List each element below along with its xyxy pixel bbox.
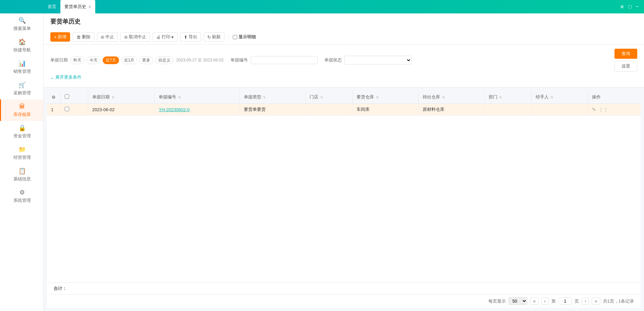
table-header-pending-warehouse[interactable]: 待出仓库 ⇅ <box>419 91 485 104</box>
toolbar: + 新增 🗑 删除 ⊘ 中止 ⊘ 取消中止 🖨 打印 <box>50 30 637 44</box>
table-header-doc-date[interactable]: 单据日期 ⇅ <box>88 91 154 104</box>
sidebar-item-system-mgmt[interactable]: ⚙ 系统管理 <box>0 185 43 207</box>
per-page-label: 每页显示 <box>488 298 506 304</box>
refresh-button[interactable]: ↻ 刷新 <box>204 32 224 42</box>
sidebar-item-label: 库存核算 <box>13 112 31 118</box>
table-header-doc-type[interactable]: 单据类型 ⇅ <box>239 91 306 104</box>
table-header-req-warehouse[interactable]: 要货仓库 ⇅ <box>353 91 419 104</box>
table-header-handler[interactable]: 经手人 ⇅ <box>531 91 588 104</box>
data-table: ⚙ 单据日期 ⇅ 单据编号 ⇅ 单据类型 <box>47 91 641 116</box>
sort-doc-date-icon: ⇅ <box>112 95 114 99</box>
page-header: 要货单历史 + 新增 🗑 删除 ⊘ 中止 ⊘ 取消中止 <box>44 13 644 45</box>
stop-button[interactable]: ⊘ 中止 <box>97 32 118 42</box>
export-button[interactable]: ⬆ 导出 <box>180 32 201 42</box>
pagination-bar: 每页显示 20 50 100 « ‹ 第 页 › » 共1页，1条记录 <box>47 294 641 308</box>
doc-number-input[interactable] <box>251 56 318 64</box>
date-btn-yesterday[interactable]: 昨天 <box>70 56 85 64</box>
add-button[interactable]: + 新增 <box>50 32 70 42</box>
cancel-stop-button[interactable]: ⊘ 取消中止 <box>120 32 150 42</box>
close-tab-icon[interactable]: ✕ <box>88 5 91 9</box>
row-department <box>484 104 531 116</box>
date-btn-today[interactable]: 今天 <box>87 56 101 64</box>
table-header-store[interactable]: 门店 ⇅ <box>306 91 353 104</box>
row-select-checkbox[interactable] <box>65 107 69 111</box>
first-page-button[interactable]: « <box>530 298 538 305</box>
inventory-icon: 🏛 <box>19 103 25 110</box>
sidebar-item-sales-mgmt[interactable]: 📊 销售管理 <box>0 56 43 78</box>
filter-doc-status-group: 单据状态 <box>324 56 412 64</box>
row-index: 1 <box>47 104 60 116</box>
footer-total-label: 合计： <box>54 285 67 292</box>
delete-button[interactable]: 🗑 删除 <box>73 32 94 42</box>
sidebar-item-basic-info[interactable]: 📋 基础信息 <box>0 164 43 185</box>
row-doc-date: 2023-06-02 <box>88 104 154 116</box>
row-store <box>306 104 353 116</box>
filter-action-buttons: 查询 设置 <box>614 49 637 72</box>
sort-store-icon: ⇅ <box>320 95 323 99</box>
setting-button[interactable]: 设置 <box>614 61 637 72</box>
table-header-department[interactable]: 部门 ⇅ <box>484 91 531 104</box>
table-header-settings[interactable]: ⚙ <box>47 91 60 104</box>
date-label: 单据日期 <box>50 57 68 63</box>
sidebar-item-inventory[interactable]: 🏛 库存核算 <box>0 99 43 121</box>
filter-row-2: ⌄ 展开更多条件 <box>50 74 637 80</box>
date-btn-custom[interactable]: 自定义 <box>155 56 173 64</box>
tab-home[interactable]: 首页 <box>44 0 60 13</box>
sidebar-item-label: 系统管理 <box>13 197 31 204</box>
print-icon: 🖨 <box>156 35 161 40</box>
doc-status-select[interactable] <box>344 56 412 64</box>
page-summary: 共1页，1条记录 <box>603 298 634 304</box>
main-content: 要货单历史 + 新增 🗑 删除 ⊘ 中止 ⊘ 取消中止 <box>44 13 644 311</box>
minimize-window-icon[interactable]: − <box>636 4 639 10</box>
row-edit-icon[interactable]: ✎ <box>592 107 596 112</box>
close-window-icon[interactable]: ✕ <box>620 4 624 10</box>
per-page-select[interactable]: 20 50 100 <box>508 297 527 305</box>
sidebar-item-label: 快捷导航 <box>13 47 31 53</box>
sidebar-item-finance[interactable]: 🔒 资金管理 <box>0 121 43 142</box>
sidebar-item-purchase-mgmt[interactable]: 🛒 采购管理 <box>0 78 43 99</box>
sort-doc-type-icon: ⇅ <box>263 95 266 99</box>
add-icon: + <box>54 35 57 40</box>
sidebar-item-search-menu[interactable]: 🔍 搜索菜单 <box>0 13 43 35</box>
row-pending-warehouse: 原材料仓库 <box>419 104 485 116</box>
filter-doc-number-group: 单据编号 <box>230 56 318 64</box>
next-page-button[interactable]: › <box>582 298 589 305</box>
filter-area: 单据日期 昨天 今天 近7天 近1月 更多 自定义 2023-05-27 至 2… <box>44 45 644 87</box>
print-button[interactable]: 🖨 打印 ▾ <box>153 32 177 42</box>
doc-number-label: 单据编号 <box>230 57 248 63</box>
sales-icon: 📊 <box>18 60 26 67</box>
sidebar: 🔍 搜索菜单 🏠 快捷导航 📊 销售管理 🛒 采购管理 🏛 库存核算 🔒 资金管… <box>0 13 44 311</box>
tab-requisition-history[interactable]: 要货单历史 ✕ <box>60 0 95 13</box>
cancel-stop-icon: ⊘ <box>124 35 128 40</box>
date-btn-last7days[interactable]: 近7天 <box>103 56 119 64</box>
show-detail-checkbox[interactable] <box>233 35 237 39</box>
last-page-button[interactable]: » <box>592 298 600 305</box>
refresh-icon: ↻ <box>207 35 211 40</box>
prev-page-button[interactable]: ‹ <box>541 298 549 305</box>
date-btn-more[interactable]: 更多 <box>139 56 153 64</box>
row-checkbox <box>60 104 88 116</box>
query-button[interactable]: 查询 <box>614 49 637 59</box>
export-icon: ⬆ <box>184 35 187 40</box>
purchase-icon: 🛒 <box>18 81 26 89</box>
restore-window-icon[interactable]: □ <box>628 4 632 10</box>
row-more-icon[interactable]: ⋮⋮ <box>599 107 608 112</box>
sort-handler-icon: ⇅ <box>550 95 553 99</box>
sidebar-item-operations[interactable]: 📁 经营管理 <box>0 142 43 164</box>
show-detail-toggle[interactable]: 显示明细 <box>233 34 256 40</box>
select-all-checkbox[interactable] <box>65 94 69 99</box>
table-header-doc-number[interactable]: 单据编号 ⇅ <box>155 91 239 104</box>
date-btn-last1month[interactable]: 近1月 <box>121 56 138 64</box>
page-title: 要货单历史 <box>50 17 637 26</box>
chevron-down-icon: ⌄ <box>50 75 54 80</box>
sidebar-item-quick-nav[interactable]: 🏠 快捷导航 <box>0 35 43 56</box>
row-doc-number[interactable]: YH-20230602-0 <box>155 104 239 116</box>
sidebar-item-label: 资金管理 <box>13 133 31 139</box>
sidebar-item-label: 采购管理 <box>13 90 31 96</box>
operations-icon: 📁 <box>18 146 26 153</box>
filter-date-group: 单据日期 昨天 今天 近7天 近1月 更多 自定义 2023-05-27 至 2… <box>50 56 224 64</box>
expand-more-button[interactable]: ⌄ 展开更多条件 <box>50 74 82 80</box>
current-page-input[interactable] <box>558 298 572 305</box>
table-row: 1 2023-06-02 YH-20230602-0 要货单要货 车间库 原材料… <box>47 104 641 116</box>
sidebar-item-label: 销售管理 <box>13 69 31 75</box>
